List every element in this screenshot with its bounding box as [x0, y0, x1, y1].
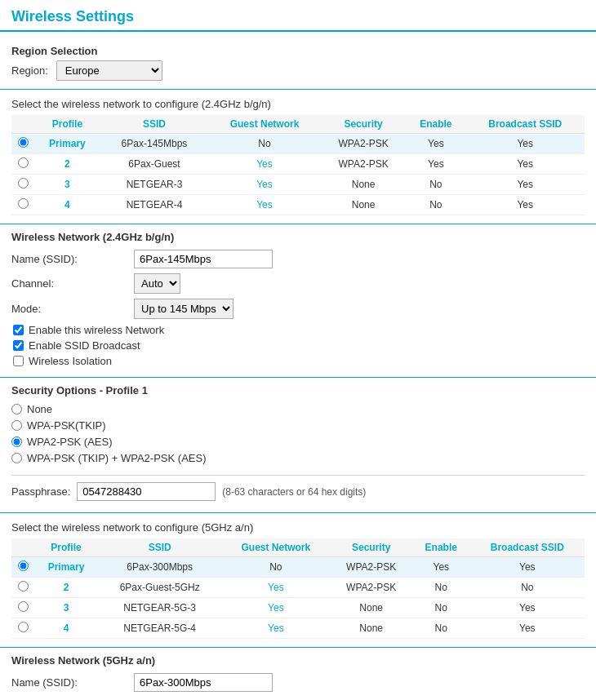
table24-profile-3[interactable]: 4	[34, 195, 100, 215]
col-broadcast: Broadcast SSID	[465, 115, 585, 134]
table5g-ssid-1: 6Pax-Guest-5GHz	[98, 578, 221, 598]
security-option-none[interactable]: None	[11, 403, 585, 415]
enable-network-checkbox-24[interactable]	[13, 325, 24, 335]
table5g-radio-2[interactable]	[11, 598, 34, 618]
table5g-profile-3[interactable]: 4	[34, 618, 98, 639]
table24-broadcast-3: Yes	[465, 195, 585, 215]
table5g-guest-1[interactable]: Yes	[221, 578, 330, 598]
table-row: 2 6Pax-Guest Yes WPA2-PSK Yes Yes	[11, 154, 585, 175]
passphrase-input[interactable]	[77, 482, 216, 501]
network24-title: Wireless Network (2.4GHz b/g/n)	[11, 231, 585, 243]
table24-radio-0[interactable]	[11, 134, 34, 154]
table24-guest-0: No	[208, 134, 321, 154]
table24-radio-1[interactable]	[11, 154, 34, 175]
security-title: Security Options - Profile 1	[11, 384, 585, 397]
table5g-ssid-2: NETGEAR-5G-3	[98, 598, 221, 618]
region-label: Region:	[11, 64, 48, 77]
table5g-security-0: WPA2-PSK	[330, 557, 412, 578]
col-profile: Profile	[34, 115, 100, 134]
table24-ssid-2: NETGEAR-3	[100, 175, 208, 195]
table24-title: Select the wireless network to configure…	[11, 98, 585, 110]
table5g-title: Select the wireless network to configure…	[11, 521, 585, 534]
table24-broadcast-2: Yes	[465, 175, 585, 195]
table24-guest-3[interactable]: Yes	[208, 195, 321, 215]
security-radio-wpa2[interactable]	[11, 436, 22, 447]
table5g-security-1: WPA2-PSK	[330, 578, 412, 598]
table24-ssid-0: 6Pax-145Mbps	[100, 134, 208, 154]
table5g-radio-1[interactable]	[11, 578, 34, 598]
table24-ssid-3: NETGEAR-4	[100, 195, 208, 215]
region-section-title: Region Selection	[11, 45, 585, 57]
security-label-both: WPA-PSK (TKIP) + WPA2-PSK (AES)	[27, 452, 206, 464]
table-row: 4 NETGEAR-5G-4 Yes None No Yes	[11, 618, 585, 639]
table-row: Primary 6Pax-145Mbps No WPA2-PSK Yes Yes	[11, 134, 585, 154]
table5g-enable-0: Yes	[412, 557, 470, 578]
table-row: 4 NETGEAR-4 Yes None No Yes	[11, 195, 585, 215]
table24-guest-2[interactable]: Yes	[208, 175, 321, 195]
table5g-profile-2[interactable]: 3	[34, 598, 98, 618]
table5g-guest-0: No	[221, 557, 330, 578]
table5g-guest-2[interactable]: Yes	[221, 598, 330, 618]
security-radio-wpa[interactable]	[11, 420, 22, 431]
region-select[interactable]: Europe USA Asia Australia	[56, 60, 162, 81]
table24-security-0: WPA2-PSK	[321, 134, 406, 154]
table5g-ssid-0: 6Pax-300Mbps	[98, 557, 221, 578]
security-label-none: None	[27, 403, 52, 415]
security-option-wpa2[interactable]: WPA2-PSK (AES)	[11, 436, 585, 448]
table-row: Primary 6Pax-300Mbps No WPA2-PSK Yes Yes	[11, 557, 585, 578]
table5g-broadcast-1: No	[470, 578, 585, 598]
wireless-isolation-checkbox-24[interactable]	[13, 356, 24, 366]
table-5ghz: Profile SSID Guest Network Security Enab…	[11, 538, 585, 639]
table24-security-3: None	[321, 195, 406, 215]
security-label-wpa: WPA-PSK(TKIP)	[27, 419, 106, 432]
table24-security-1: WPA2-PSK	[321, 154, 406, 175]
col-guest: Guest Network	[208, 115, 321, 134]
col5g-guest: Guest Network	[221, 538, 330, 557]
table5g-profile-1[interactable]: 2	[34, 578, 98, 598]
name-input-24[interactable]	[134, 250, 273, 268]
mode-select-24[interactable]: Up to 145 Mbps Up to 54 Mbps Up to 300 M…	[134, 299, 234, 319]
table24-guest-1[interactable]: Yes	[208, 154, 321, 175]
col-security: Security	[321, 115, 406, 134]
table24-profile-0[interactable]: Primary	[34, 134, 100, 154]
table5g-radio-0[interactable]	[11, 557, 34, 578]
channel-label-24: Channel:	[11, 277, 134, 290]
wireless-isolation-label-24: Wireless Isolation	[29, 355, 112, 367]
security-radio-none[interactable]	[11, 404, 22, 414]
table24-profile-2[interactable]: 3	[34, 175, 100, 195]
col5g-enable: Enable	[412, 538, 470, 557]
security-option-both[interactable]: WPA-PSK (TKIP) + WPA2-PSK (AES)	[11, 452, 585, 464]
name-input-5g[interactable]	[134, 673, 273, 692]
enable-ssid-checkbox-24[interactable]	[13, 340, 24, 351]
table5g-broadcast-3: Yes	[470, 618, 585, 639]
col-ssid: SSID	[100, 115, 208, 134]
table5g-enable-3: No	[412, 618, 470, 639]
table5g-security-3: None	[330, 618, 412, 639]
security-label-wpa2: WPA2-PSK (AES)	[27, 436, 113, 448]
security-option-wpa[interactable]: WPA-PSK(TKIP)	[11, 419, 585, 432]
table-row: 3 NETGEAR-3 Yes None No Yes	[11, 175, 585, 195]
channel-select-24[interactable]: Auto123 4567 891011	[134, 273, 180, 294]
table5g-enable-1: No	[412, 578, 470, 598]
table-row: 2 6Pax-Guest-5GHz Yes WPA2-PSK No No	[11, 578, 585, 598]
mode-label-24: Mode:	[11, 303, 134, 315]
table24-radio-2[interactable]	[11, 175, 34, 195]
table24-ssid-1: 6Pax-Guest	[100, 154, 208, 175]
name-label-5g: Name (SSID):	[11, 676, 134, 689]
col5g-radio	[11, 538, 34, 557]
col-radio	[11, 115, 34, 134]
security-radio-both[interactable]	[11, 453, 22, 463]
network5g-title: Wireless Network (5GHz a/n)	[11, 654, 585, 667]
enable-network-label-24: Enable this wireless Network	[29, 324, 164, 336]
table24-enable-3: No	[406, 195, 465, 215]
table5g-broadcast-0: Yes	[470, 557, 585, 578]
table5g-radio-3[interactable]	[11, 618, 34, 639]
table5g-guest-3[interactable]: Yes	[221, 618, 330, 639]
passphrase-hint: (8-63 characters or 64 hex digits)	[222, 486, 366, 498]
table24-profile-1[interactable]: 2	[34, 154, 100, 175]
table24-radio-3[interactable]	[11, 195, 34, 215]
passphrase-label: Passphrase:	[11, 485, 70, 498]
table5g-profile-0[interactable]: Primary	[34, 557, 98, 578]
col5g-profile: Profile	[34, 538, 98, 557]
table5g-security-2: None	[330, 598, 412, 618]
